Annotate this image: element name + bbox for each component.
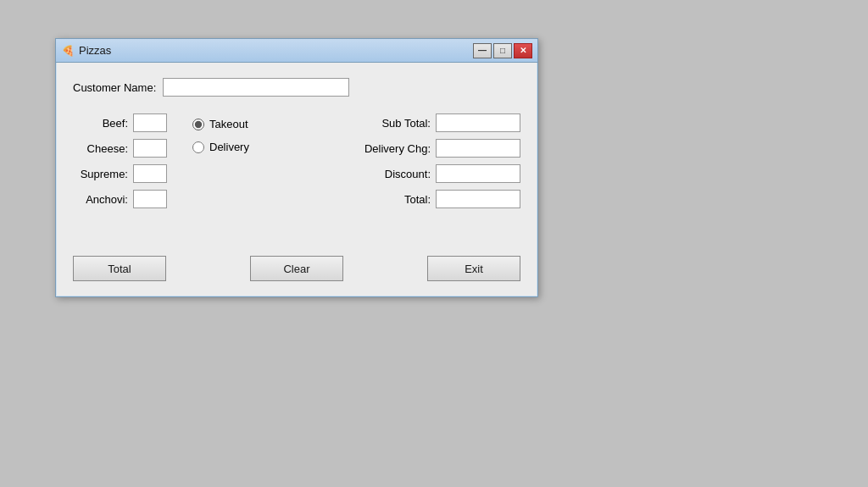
beef-row: Beef: [73, 113, 167, 132]
close-button[interactable]: ✕ [514, 43, 532, 58]
customer-name-input[interactable] [163, 78, 349, 97]
order-type-group: Takeout Delivery [192, 113, 249, 215]
buttons-row: Total Clear Exit [56, 256, 537, 281]
delivery-radio[interactable] [192, 141, 204, 153]
title-bar-buttons: — □ ✕ [473, 43, 532, 58]
takeout-radio[interactable] [192, 119, 204, 130]
takeout-option[interactable]: Takeout [192, 118, 249, 130]
beef-label: Beef: [73, 117, 128, 130]
anchovi-label: Anchovi: [73, 193, 128, 206]
total-input[interactable] [436, 190, 520, 208]
delivery-option[interactable]: Delivery [192, 141, 249, 153]
delivery-chg-input[interactable] [436, 139, 520, 158]
supreme-input[interactable] [133, 164, 167, 183]
main-area: Beef: Cheese: Supreme: Anchovi: [73, 113, 520, 215]
delivery-chg-row: Delivery Chg: [283, 139, 520, 158]
main-window: 🍕 Pizzas — □ ✕ Customer Name: Beef: Chee… [55, 38, 538, 297]
discount-row: Discount: [283, 164, 520, 183]
subtotal-label: Sub Total: [381, 117, 431, 130]
minimize-button[interactable]: — [473, 43, 492, 58]
cheese-row: Cheese: [73, 139, 167, 158]
maximize-button[interactable]: □ [493, 43, 512, 58]
customer-name-row: Customer Name: [73, 78, 520, 97]
total-row: Total: [283, 190, 520, 208]
window-content: Customer Name: Beef: Cheese: Supreme: [56, 63, 537, 232]
supreme-row: Supreme: [73, 164, 167, 183]
subtotal-row: Sub Total: [283, 113, 520, 132]
takeout-label: Takeout [209, 118, 248, 130]
window-title: Pizzas [79, 44, 111, 57]
exit-button[interactable]: Exit [427, 256, 520, 281]
delivery-label: Delivery [209, 141, 249, 153]
supreme-label: Supreme: [73, 168, 128, 180]
clear-button[interactable]: Clear [250, 256, 343, 281]
delivery-chg-label: Delivery Chg: [364, 142, 431, 155]
title-bar-left: 🍕 Pizzas [61, 44, 111, 58]
cheese-input[interactable] [133, 139, 167, 158]
total-label: Total: [404, 193, 431, 206]
subtotal-input[interactable] [436, 113, 520, 132]
discount-label: Discount: [385, 168, 431, 180]
app-icon: 🍕 [61, 44, 75, 58]
anchovi-input[interactable] [133, 190, 167, 208]
discount-input[interactable] [436, 164, 520, 183]
total-button[interactable]: Total [73, 256, 166, 281]
cheese-label: Cheese: [73, 142, 128, 155]
pizza-types-section: Beef: Cheese: Supreme: Anchovi: [73, 113, 167, 215]
customer-name-label: Customer Name: [73, 81, 156, 94]
title-bar: 🍕 Pizzas — □ ✕ [56, 39, 537, 63]
anchovi-row: Anchovi: [73, 190, 167, 208]
beef-input[interactable] [133, 113, 167, 132]
totals-section: Sub Total: Delivery Chg: Discount: Total… [283, 113, 520, 215]
